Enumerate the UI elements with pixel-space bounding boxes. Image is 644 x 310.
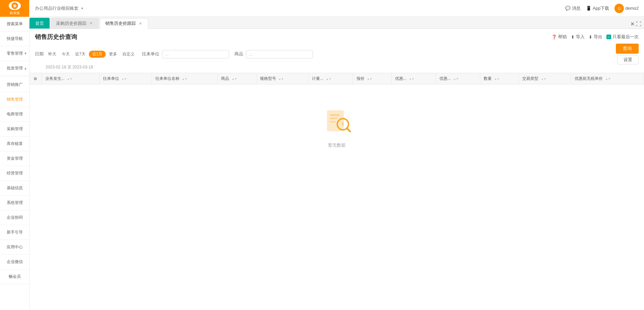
- tabbar: 首页 采购历史价跟踪 ✕ 销售历史价跟踪 ✕ ✕ ⛶: [30, 17, 644, 29]
- sidebar-item-label: 零售管理: [7, 51, 23, 56]
- sidebar-item-inventory[interactable]: 库存核算: [0, 137, 29, 151]
- sort-arrows: ▲▼: [453, 78, 459, 81]
- th-discount2[interactable]: 优惠... ▲▼: [436, 73, 480, 85]
- date-tab-today[interactable]: 今天: [60, 51, 72, 58]
- close-all-icon[interactable]: ✕: [630, 21, 635, 27]
- sidebar-item-sales-mgmt[interactable]: 销售管理: [0, 92, 29, 107]
- date-tab-custom[interactable]: 自定义: [120, 51, 137, 58]
- settings-icon: ⚙: [34, 76, 37, 81]
- app-download-label: App下载: [593, 5, 609, 11]
- th-unit-label: 计量...: [312, 76, 323, 81]
- th-qty-label: 数量: [484, 76, 492, 81]
- th-discount1-label: 优惠...: [395, 76, 407, 81]
- sidebar-divider: [0, 76, 29, 77]
- import-button[interactable]: ⬆ 导入: [571, 34, 585, 40]
- sidebar-item-system-mgmt[interactable]: 系统管理: [0, 196, 29, 210]
- message-button[interactable]: 💬 消息: [565, 5, 581, 11]
- sidebar-item-member[interactable]: 畅会员: [0, 269, 29, 284]
- export-button[interactable]: ⬇ 导出: [589, 34, 602, 40]
- logo-icon: 畅: [9, 1, 21, 10]
- tab-actions: ✕ ⛶: [630, 21, 644, 29]
- sidebar-item-operation-mgmt[interactable]: 经营管理: [0, 166, 29, 181]
- th-pretax-price[interactable]: 优惠前无税单价 ▲▼: [571, 73, 644, 85]
- sort-arrows: ▲▼: [182, 78, 187, 81]
- th-partner[interactable]: 往来单位 ▲▼: [100, 73, 152, 85]
- sidebar-item-label: 经营管理: [7, 170, 23, 176]
- page-actions: ❓ 帮助 ⬆ 导入 ⬇ 导出 ✓ 只看最后一次: [551, 34, 639, 40]
- sidebar-item-search-menu[interactable]: 搜索菜单: [0, 17, 29, 32]
- sidebar-item-label: 应用中心: [7, 244, 23, 250]
- sidebar-item-retail-mgmt[interactable]: 零售管理 ▼: [0, 46, 29, 61]
- sidebar-item-wholesale-mgmt[interactable]: 批发管理 ▲: [0, 61, 29, 76]
- sidebar-item-finance-mgmt[interactable]: 资金管理: [0, 151, 29, 166]
- tab-home[interactable]: 首页: [30, 18, 50, 29]
- sidebar-item-marketing[interactable]: 营销推广: [0, 78, 29, 92]
- fullscreen-icon[interactable]: ⛶: [636, 21, 641, 27]
- date-tab-yesterday[interactable]: 昨天: [46, 51, 58, 58]
- sidebar-item-quick-nav[interactable]: 快捷导航: [0, 32, 29, 46]
- date-tab-1month[interactable]: 近1月: [89, 51, 106, 58]
- sidebar-item-label: 企业微信: [7, 259, 23, 265]
- th-partner-name-label: 往来单位名称: [155, 76, 179, 81]
- settings-button[interactable]: 设置: [617, 55, 639, 64]
- last-only-checkbox-container[interactable]: ✓ 只看最后一次: [606, 34, 639, 40]
- user-menu-button[interactable]: D demo2: [614, 4, 639, 13]
- th-discount2-label: 优惠...: [439, 76, 451, 81]
- th-discount1[interactable]: 优惠... ▲▼: [391, 73, 436, 85]
- date-tab-7days[interactable]: 近7天: [73, 51, 88, 58]
- svg-rect-3: [330, 114, 339, 115]
- sort-arrows: ▲▼: [409, 78, 414, 81]
- tab-sales-label: 销售历史价跟踪: [105, 20, 136, 27]
- sidebar-item-enterprise-collab[interactable]: 企业协同: [0, 210, 29, 225]
- date-filter: 日期 昨天 今天 近7天 近1月 更多 自定义: [35, 51, 137, 58]
- main-area: 办公用品行业模拟账套 ▾ 💬 消息 📱 App下载 D demo2 首页 采购历…: [30, 0, 644, 310]
- th-product-label: 商品: [221, 76, 229, 81]
- topbar-right: 💬 消息 📱 App下载 D demo2: [565, 4, 639, 13]
- product-input[interactable]: ...: [246, 50, 313, 58]
- sidebar-item-label: 搜索菜单: [7, 21, 23, 27]
- th-qty[interactable]: 数量 ▲▼: [480, 73, 519, 85]
- topbar-title: 办公用品行业模拟账套: [35, 5, 78, 11]
- sidebar-item-guide[interactable]: 新手引导: [0, 225, 29, 240]
- sort-arrows: ▲▼: [232, 78, 237, 81]
- th-quote[interactable]: 报价 ▲▼: [353, 73, 391, 85]
- sidebar-item-label: 基础信息: [7, 185, 23, 191]
- empty-state: ! 暂无数据: [30, 85, 644, 168]
- export-label: 导出: [594, 34, 602, 40]
- tab-purchase[interactable]: 采购历史价跟踪 ✕: [50, 18, 99, 29]
- sidebar-item-app-center[interactable]: 应用中心: [0, 240, 29, 255]
- th-product[interactable]: 商品 ▲▼: [218, 73, 256, 85]
- th-partner-name[interactable]: 往来单位名称 ▲▼: [152, 73, 218, 85]
- th-spec[interactable]: 规格型号 ▲▼: [256, 73, 309, 85]
- sidebar-item-label: 电商管理: [7, 111, 23, 117]
- export-icon: ⬇: [589, 35, 592, 40]
- partner-input[interactable]: ...: [162, 50, 229, 58]
- date-tab-more[interactable]: 更多: [107, 51, 119, 58]
- sidebar-item-label: 资金管理: [7, 156, 23, 161]
- table-wrap: ⚙ 业务发生... ▲▼ 往来单位 ▲▼ 往来单位名称 ▲▼: [30, 73, 644, 310]
- th-partner-label: 往来单位: [103, 76, 119, 81]
- tab-purchase-close[interactable]: ✕: [89, 21, 93, 26]
- action-buttons: 查询 设置: [616, 44, 639, 64]
- sidebar-item-base-info[interactable]: 基础信息: [0, 181, 29, 196]
- th-biz-date[interactable]: 业务发生... ▲▼: [42, 73, 100, 85]
- sidebar-item-purchase-mgmt[interactable]: 采购管理: [0, 122, 29, 137]
- sidebar-item-label: 库存核算: [7, 141, 23, 147]
- sidebar-item-ecommerce-mgmt[interactable]: 电商管理: [0, 107, 29, 122]
- sort-arrows: ▲▼: [122, 78, 127, 81]
- help-button[interactable]: ❓ 帮助: [551, 34, 567, 40]
- tab-sales-close[interactable]: ✕: [138, 21, 143, 26]
- th-trade-type[interactable]: 交易类型 ▲▼: [519, 73, 571, 85]
- last-only-checkbox[interactable]: ✓: [606, 35, 611, 39]
- tab-sales[interactable]: 销售历史价跟踪 ✕: [100, 18, 148, 29]
- date-range-text: 2023-02-18 至 2023-03-18: [46, 65, 93, 69]
- dropdown-icon[interactable]: ▾: [81, 6, 83, 11]
- query-button[interactable]: 查询: [616, 44, 639, 54]
- sidebar-item-wechat-work[interactable]: 企业微信: [0, 255, 29, 269]
- import-icon: ⬆: [571, 35, 575, 40]
- th-settings[interactable]: ⚙: [30, 73, 42, 85]
- empty-text: 暂无数据: [328, 142, 345, 148]
- th-unit[interactable]: 计量... ▲▼: [309, 73, 353, 85]
- th-pretax-price-label: 优惠前无税单价: [575, 76, 603, 81]
- app-download-button[interactable]: 📱 App下载: [586, 5, 609, 11]
